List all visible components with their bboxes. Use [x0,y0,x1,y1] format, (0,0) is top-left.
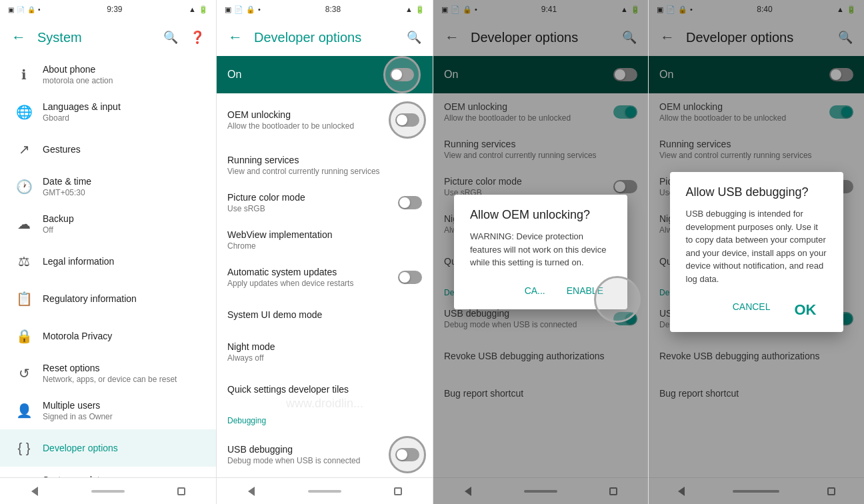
sidebar-item-gestures[interactable]: ↗ Gestures [0,131,216,168]
time-left: 9:39 [107,5,122,14]
usb-debug-toggle-mid[interactable] [395,448,419,461]
backup-sub: Off [43,225,205,235]
legal-title: Legal information [43,256,205,267]
webview-row-mid[interactable]: WebView implementation Chrome [217,221,433,259]
oem-cancel-button[interactable]: Ca... [517,280,553,301]
sidebar-item-developer[interactable]: { } Developer options [0,429,216,467]
running-services-row-mid[interactable]: Running services View and control curren… [217,147,433,184]
sidebar-item-regulatory[interactable]: 📋 Regulatory information [0,280,216,317]
auto-updates-row-mid[interactable]: Automatic system updates Apply updates w… [217,259,433,296]
regulatory-icon: 📋 [11,291,37,307]
oem-dialog-overlay[interactable]: Allow OEM unlocking? WARNING: Device pro… [433,0,648,504]
oem-toggle-mid[interactable] [395,113,419,127]
oem-toggle-highlight [389,101,426,139]
reset-sub: Network, apps, or device can be reset [43,375,205,384]
right-icons-mid: ▲ 🔋 [405,5,425,14]
status-bar-mid: ▣ 📄 🔒 • 8:38 ▲ 🔋 [217,0,433,19]
datetime-icon: 🕐 [11,179,37,195]
privacy-title: Motorola Privacy [43,331,205,341]
sidebar-item-reset[interactable]: ↺ Reset options Network, apps, or device… [0,355,216,392]
status-bar-left: ▣ 📄 🔒 • 9:39 ▲ 🔋 [0,0,216,19]
sidebar-item-users[interactable]: 👤 Multiple users Signed in as Owner [0,392,216,429]
about-phone-icon: ℹ [11,67,37,83]
toggle-highlight [383,56,421,93]
nav-recent-left[interactable] [168,481,195,502]
nav-home-left[interactable] [91,490,125,493]
nav-home-mid[interactable] [308,490,341,493]
usb-debug-row-mid[interactable]: USB debugging Debug mode when USB is con… [217,428,433,477]
battery-icon-mid: 🔋 [415,5,425,14]
nav-recent-mid[interactable] [385,481,411,502]
usb-dialog-overlay[interactable]: Allow USB debugging? USB debugging is in… [649,0,864,504]
sidebar-item-legal[interactable]: ⚖ Legal information [0,243,216,280]
nav-back-left[interactable] [21,481,48,502]
sidebar-item-privacy[interactable]: 🔒 Motorola Privacy [0,317,216,355]
lock-icon: 🔒 [27,6,35,13]
wifi-icon: ▲ [189,5,196,13]
mid-icon4: • [258,5,261,13]
quick-settings-row-mid[interactable]: Quick settings developer tiles [217,371,433,408]
back-button-mid[interactable]: ← [227,29,243,45]
nav-back-mid[interactable] [238,481,265,502]
picture-color-row-mid[interactable]: Picture color mode Use sRGB [217,184,433,221]
app-bar-left: ← System 🔍 ❓ [0,19,216,56]
sys-ui-demo-title-mid: System UI demo mode [227,309,422,320]
developer-icon: { } [11,441,37,456]
on-toggle-mid[interactable] [390,68,414,81]
datetime-sub: GMT+05:30 [43,188,205,197]
enable-circle-highlight [594,276,641,323]
sidebar-item-date-time[interactable]: 🕐 Date & time GMT+05:30 [0,168,216,205]
oem-dialog-actions: Ca... Enable [470,280,611,301]
running-title-mid: Running services [227,155,422,165]
sys-ui-demo-row-mid[interactable]: System UI demo mode [217,296,433,333]
back-button-left[interactable]: ← [11,29,27,45]
developer-title: Developer options [43,443,205,453]
right-icons-left: ▲ 🔋 [189,5,208,14]
about-phone-title: About phone [43,64,205,75]
about-phone-sub: motorola one action [43,76,205,85]
users-sub: Signed in as Owner [43,412,205,421]
notif-icon: ▣ [8,6,14,13]
oem-dialog: Allow OEM unlocking? WARNING: Device pro… [454,195,627,309]
reset-icon: ↺ [11,365,37,381]
usb-dialog-title: Allow USB debugging? [686,185,827,199]
night-mode-title-mid: Night mode [227,341,422,352]
regulatory-title: Regulatory information [43,293,205,304]
developer-options-panel-right1: ▣ 📄 🔒 • 9:41 ▲ 🔋 ← Developer options 🔍 O… [433,0,649,504]
search-icon-left[interactable]: 🔍 [163,29,179,45]
search-icon-mid[interactable]: 🔍 [406,29,422,45]
status-icons-left: ▣ 📄 🔒 • [8,6,41,13]
sidebar-item-about-phone[interactable]: ℹ About phone motorola one action [0,56,216,93]
night-mode-row-mid[interactable]: Night mode Always off [217,333,433,371]
legal-icon: ⚖ [11,253,37,269]
night-mode-sub-mid: Always off [227,353,422,363]
usb-debug-sub-mid: Debug mode when USB is connected [227,456,387,465]
sidebar-item-system-updates[interactable]: 📱 System updates Updated to Android 9 [0,467,216,477]
on-toggle-wrap-mid[interactable] [382,55,422,95]
usb-dialog-body: USB debugging is intended for developmen… [686,207,827,285]
time-mid: 8:38 [325,5,341,14]
dev-options-list-mid: OEM unlocking Allow the bootloader to be… [217,93,433,477]
developer-options-panel-right2: ▣ 📄 🔒 • 8:40 ▲ 🔋 ← Developer options 🔍 O… [649,0,864,504]
oem-unlocking-row-mid[interactable]: OEM unlocking Allow the bootloader to be… [217,93,433,147]
picture-toggle-mid[interactable] [398,196,422,209]
oem-dialog-body: WARNING: Device protection features will… [470,230,611,269]
dev-on-bar-mid[interactable]: On [217,56,433,93]
languages-sub: Gboard [43,113,205,123]
picture-title-mid: Picture color mode [227,192,398,203]
on-label-mid: On [227,69,241,81]
sidebar-item-languages[interactable]: 🌐 Languages & input Gboard [0,93,216,131]
nav-bar-mid [217,477,433,504]
usb-debug-toggle-highlight [389,436,426,473]
languages-title: Languages & input [43,101,205,112]
backup-icon: ☁ [11,216,37,232]
sidebar-item-backup[interactable]: ☁ Backup Off [0,205,216,243]
page-title-mid: Developer options [254,30,395,45]
developer-options-panel-mid: ▣ 📄 🔒 • 8:38 ▲ 🔋 ← Developer options 🔍 O… [217,0,433,504]
usb-cancel-button[interactable]: Cancel [725,296,779,324]
help-icon-left[interactable]: ❓ [189,29,205,45]
auto-updates-toggle-mid[interactable] [398,271,422,284]
usb-ok-button[interactable]: OK [784,296,827,324]
mid-icon3: 🔒 [246,5,255,14]
auto-updates-sub-mid: Apply updates when device restarts [227,279,398,288]
